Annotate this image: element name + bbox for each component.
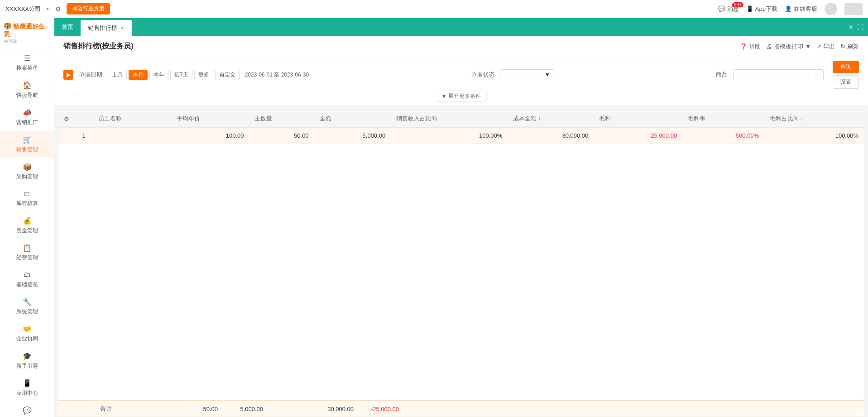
sidebar-item-system[interactable]: 🔧 系统管理 [0, 293, 54, 320]
sidebar-item-label: 销售管理 [16, 146, 38, 153]
sidebar-item-finance[interactable]: 💰 资金管理 [0, 212, 54, 239]
marketing-icon: 📣 [23, 108, 32, 117]
date-btn-this-month[interactable]: 本月 [129, 70, 148, 80]
sidebar-item-enterprise-collab[interactable]: 🤝 企业协同 [0, 320, 54, 347]
settings-button[interactable]: 设置 [833, 75, 859, 89]
tab-sales-ranking[interactable]: 销售排行榜 ✕ [81, 20, 132, 36]
newbie-icon: 🎓 [23, 352, 32, 360]
sidebar-item-label: 系统管理 [16, 308, 38, 316]
tab-bar: 首页 销售排行榜 ✕ ✕ ⛶ [54, 18, 868, 36]
footer-amount: 5,000.00 [218, 406, 263, 412]
date-btn-last-month[interactable]: 上月 [108, 70, 127, 80]
date-btn-custom[interactable]: 自定义 [215, 70, 240, 80]
enterprise-collab-icon: 🤝 [23, 325, 32, 333]
sidebar-item-label: 搜索菜单 [16, 64, 38, 72]
logo-title: 🐯 畅康通好生意 [4, 23, 50, 38]
status-select-arrow: ▼ [545, 72, 550, 78]
app-download[interactable]: 📱 App下载 [746, 5, 777, 13]
cell-amount: 5,000.00 [314, 128, 391, 144]
sidebar-item-marketing[interactable]: 📣 营销推广 [0, 104, 54, 131]
date-filter-label: 单据日期 [79, 71, 102, 79]
help-button[interactable]: ❓ 帮助 [740, 43, 761, 51]
refresh-button[interactable]: ↻ 刷新 [840, 43, 859, 51]
close-window-icon[interactable]: ✕ [848, 24, 854, 31]
cell-gross: -25,000.00 [594, 128, 682, 144]
cell-gross-rate: -500.00% [682, 128, 764, 144]
cell-avg-price: 100.00 [171, 128, 249, 144]
user-name-area[interactable] [844, 3, 863, 15]
sidebar-item-inventory[interactable]: 🗃 库存核算 [0, 185, 54, 212]
online-svc-label: 在线客服 [794, 5, 817, 13]
expand-button[interactable]: ▼ 展开更多条件 [436, 91, 487, 102]
page-title-row: 销售排行榜(按业务员) ❓ 帮助 🖨 按模板打印 ▼ ↗ [63, 42, 859, 51]
status-select[interactable]: ▼ [500, 69, 554, 80]
date-btn-this-year[interactable]: 本年 [149, 70, 168, 80]
goods-select[interactable]: ··· [733, 69, 824, 80]
sidebar-item-enterprise-wx[interactable]: 💬 企业微信 [0, 402, 54, 417]
filter-row-1: ▶ 单据日期 上月 本月 本年 近7天 更多 自定义 2023-06-01 至 … [63, 61, 859, 89]
date-btn-more[interactable]: 更多 [194, 70, 213, 80]
company-name: XXXXXX公司 [5, 5, 41, 13]
sidebar-item-search-order[interactable]: ☰ 搜索菜单 [0, 49, 54, 77]
sidebar-item-newbie[interactable]: 🎓 新手引导 [0, 347, 54, 374]
sidebar-item-purchase[interactable]: 📦 采购管理 [0, 158, 54, 185]
sidebar-item-label: 企业协同 [16, 335, 38, 343]
message-badge: 99+ [732, 2, 743, 7]
template-print-button[interactable]: 🖨 按模板打印 ▼ [766, 43, 811, 51]
maximize-icon[interactable]: ⛶ [857, 24, 863, 31]
date-btn-7days[interactable]: 近7天 [170, 70, 192, 80]
col-header-qty: 主数量 [249, 110, 314, 128]
sidebar-item-label: 营销推广 [16, 119, 38, 126]
export-icon: ↗ [816, 43, 821, 50]
col-header-settings[interactable]: ⚙ [58, 110, 75, 128]
message-area[interactable]: 💬 消息 99+ [718, 5, 739, 13]
topbar-settings-icon[interactable]: ⚙ [55, 5, 61, 13]
print-dropdown-icon: ▼ [805, 43, 811, 50]
system-icon: 🔧 [23, 297, 32, 306]
filter-toggle-icon[interactable]: ▶ [63, 70, 73, 80]
page-actions: ❓ 帮助 🖨 按模板打印 ▼ ↗ 导出 ↻ [740, 43, 859, 51]
tab-home[interactable]: 首页 [54, 18, 81, 36]
sidebar-item-label: 经营管理 [16, 254, 38, 262]
main-layout: 🐯 畅康通好生意 标准版 ☰ 搜索菜单 🏠 快捷导航 📣 营销推广 🛒 销售管理… [0, 18, 868, 417]
export-button[interactable]: ↗ 导出 [816, 43, 835, 51]
online-svc-icon: 👤 [785, 5, 792, 12]
topbar-right: 💬 消息 99+ 📱 App下载 👤 在线客服 [718, 3, 863, 15]
operations-icon: 📋 [23, 244, 32, 252]
message-icon: 💬 [718, 5, 725, 12]
search-order-icon: ☰ [24, 54, 30, 62]
sidebar-item-app-center[interactable]: 📱 应用中心 [0, 374, 54, 402]
col-header-gross-pct: 毛利占比% ↕ [764, 110, 864, 128]
query-button[interactable]: 查询 [833, 61, 859, 73]
sidebar: 🐯 畅康通好生意 标准版 ☰ 搜索菜单 🏠 快捷导航 📣 营销推广 🛒 销售管理… [0, 18, 54, 417]
sidebar-item-operations[interactable]: 📋 经营管理 [0, 239, 54, 266]
avatar[interactable] [825, 3, 837, 15]
online-service[interactable]: 👤 在线客服 [785, 5, 817, 13]
table-area: ⚙ 员工名称 平均单价 主数量 [58, 110, 864, 400]
logo-tag: 标准版 [4, 38, 17, 44]
tab-close-icon[interactable]: ✕ [120, 25, 125, 31]
cost-info-icon[interactable]: ℹ [538, 116, 540, 121]
sidebar-item-label: 采购管理 [16, 173, 38, 181]
cell-cost: 30,000.00 [508, 128, 594, 144]
col-header-sales-pct: 销售收入占比% [391, 110, 508, 128]
app-center-icon: 📱 [23, 379, 32, 388]
col-header-amount: 全额 [314, 110, 391, 128]
trial-button[interactable]: 体验行业方案 [67, 3, 110, 14]
sidebar-item-quick-nav[interactable]: 🏠 快捷导航 [0, 77, 54, 104]
sidebar-item-base-info[interactable]: 🗂 基础信息 [0, 266, 54, 293]
content-area: 首页 销售排行榜 ✕ ✕ ⛶ 销售排行榜(按业务员) ❓ 帮助 [54, 18, 868, 417]
company-dropdown-icon[interactable]: ▼ [45, 6, 50, 11]
page-header: 销售排行榜(按业务员) ❓ 帮助 🖨 按模板打印 ▼ ↗ [54, 36, 868, 57]
col-header-rank [75, 110, 93, 128]
sidebar-item-label: 应用中心 [16, 389, 38, 397]
footer-label: 合计 [100, 405, 145, 413]
sidebar-item-sales[interactable]: 🛒 销售管理 [0, 131, 54, 158]
app-dl-label: App下载 [755, 5, 777, 13]
goods-more-icon: ··· [815, 72, 820, 78]
page-content: 销售排行榜(按业务员) ❓ 帮助 🖨 按模板打印 ▼ ↗ [54, 36, 868, 417]
app-dl-icon: 📱 [746, 5, 753, 12]
expand-row: ▼ 展开更多条件 [63, 89, 859, 102]
gross-pct-sort-icon[interactable]: ↕ [800, 116, 803, 121]
col-settings-icon: ⚙ [64, 115, 69, 122]
